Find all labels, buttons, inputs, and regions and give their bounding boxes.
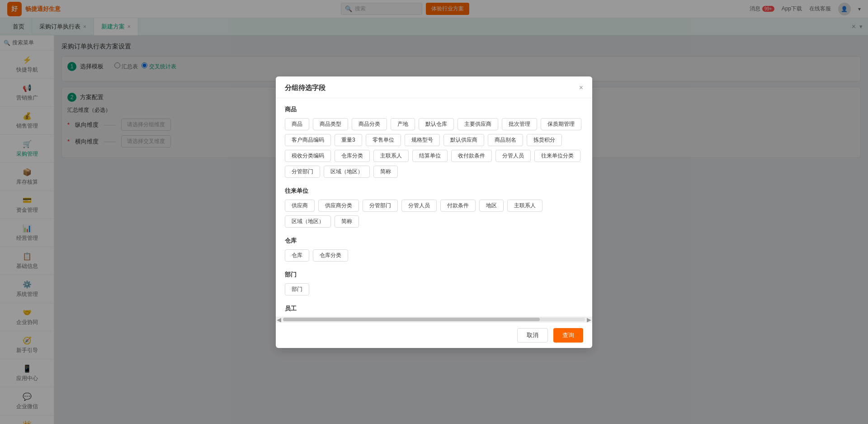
field-tag[interactable]: 供应商分类 [318,200,359,212]
hscroll-thumb [283,318,540,321]
field-tag[interactable]: 简称 [335,215,359,228]
modal-header: 分组待选字段 × [276,76,592,98]
field-tag[interactable]: 区域（地区） [285,215,331,228]
field-tag[interactable]: 商品别名 [488,134,523,146]
field-tag[interactable]: 分管部门 [363,200,398,212]
modal-overlay: 分组待选字段 × 商品 商品 商品类型 商品分类 产地 默认仓库 主要供应商 批… [0,0,868,424]
modal-body: 商品 商品 商品类型 商品分类 产地 默认仓库 主要供应商 批次管理 保质期管理… [276,98,592,317]
field-tag[interactable]: 重量3 [335,134,362,146]
field-tag[interactable]: 拣货积分 [527,134,562,146]
modal-horizontal-scrollbar[interactable]: ◀ ▶ [276,317,592,322]
field-tag[interactable]: 分管部门 [285,166,320,178]
field-tag[interactable]: 规格型号 [405,134,440,146]
field-tag[interactable]: 往来单位分类 [534,150,580,162]
field-tag[interactable]: 主要供应商 [458,118,498,130]
cancel-button[interactable]: 取消 [517,328,548,343]
field-tag[interactable]: 保质期管理 [541,118,581,130]
field-tag[interactable]: 仓库 [285,249,309,262]
field-tag[interactable]: 主联系人 [373,150,409,162]
product-field-tags: 商品 商品类型 商品分类 产地 默认仓库 主要供应商 批次管理 保质期管理 客户… [285,118,583,178]
field-tag[interactable]: 分管人员 [495,150,531,162]
partner-field-tags: 供应商 供应商分类 分管部门 分管人员 付款条件 地区 主联系人 区域（地区） … [285,200,583,228]
department-group-title: 部门 [285,271,583,279]
department-field-tags: 部门 [285,283,583,295]
employee-group-title: 员工 [285,305,583,313]
partner-group-title: 往来单位 [285,187,583,195]
modal-close-button[interactable]: × [579,84,583,92]
field-tag[interactable]: 主联系人 [507,200,542,212]
warehouse-field-tags: 仓库 仓库分类 [285,249,583,262]
field-group-warehouse: 仓库 仓库 仓库分类 [285,237,583,262]
field-tag[interactable]: 默认供应商 [443,134,484,146]
field-tag[interactable]: 结算单位 [412,150,448,162]
field-tag[interactable]: 默认仓库 [419,118,454,130]
field-tag[interactable]: 商品分类 [352,118,387,130]
field-tag[interactable]: 区域（地区） [324,166,370,178]
field-tag[interactable]: 税收分类编码 [285,150,331,162]
field-tag[interactable]: 产地 [391,118,415,130]
field-tag[interactable]: 仓库分类 [335,150,370,162]
field-tag[interactable]: 分管人员 [401,200,437,212]
field-tag[interactable]: 付款条件 [440,200,476,212]
field-tag[interactable]: 商品 [285,118,309,130]
modal-footer: 取消 查询 [276,322,592,348]
field-tag[interactable]: 批次管理 [502,118,537,130]
field-group-employee: 员工 业务员 [285,305,583,317]
product-group-title: 商品 [285,105,583,114]
field-group-department: 部门 部门 [285,271,583,295]
field-tag[interactable]: 商品类型 [313,118,348,130]
field-tag[interactable]: 供应商 [285,200,315,212]
field-tag[interactable]: 收付款条件 [451,150,492,162]
field-tag[interactable]: 仓库分类 [313,249,348,262]
field-tag[interactable]: 简称 [373,166,398,178]
warehouse-group-title: 仓库 [285,237,583,245]
confirm-button[interactable]: 查询 [553,328,583,343]
field-group-partner: 往来单位 供应商 供应商分类 分管部门 分管人员 付款条件 地区 主联系人 区域… [285,187,583,228]
field-tag[interactable]: 零售单位 [366,134,401,146]
field-group-product: 商品 商品 商品类型 商品分类 产地 默认仓库 主要供应商 批次管理 保质期管理… [285,105,583,178]
modal-title: 分组待选字段 [285,84,326,92]
field-tag[interactable]: 地区 [479,200,504,212]
field-tag[interactable]: 部门 [285,283,309,295]
field-select-modal: 分组待选字段 × 商品 商品 商品类型 商品分类 产地 默认仓库 主要供应商 批… [276,76,592,348]
field-tag[interactable]: 客户商品编码 [285,134,331,146]
